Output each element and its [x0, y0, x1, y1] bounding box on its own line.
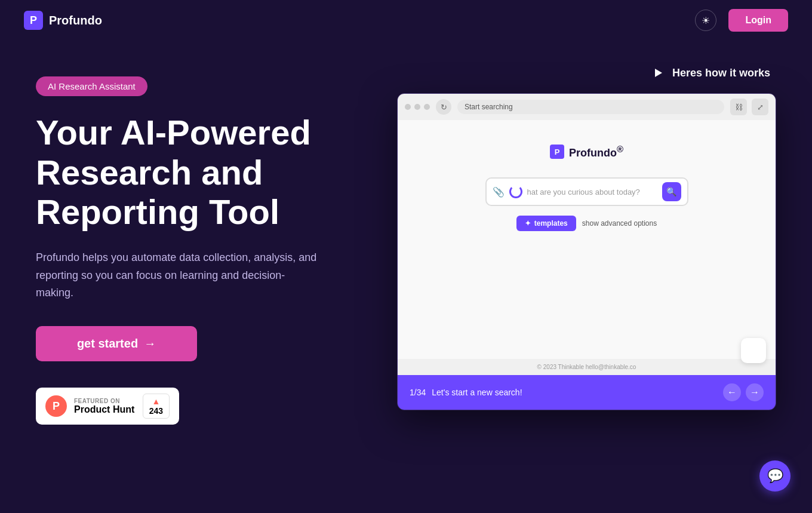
slide-counter: 1/34 — [410, 388, 426, 397]
search-box: 📎 hat are you curious about today? 🔍 — [485, 177, 688, 206]
search-button[interactable]: 🔍 — [662, 182, 681, 201]
search-area: 📎 hat are you curious about today? 🔍 — [485, 177, 688, 206]
app-footer: © 2023 Thinkable hello@thinkable.co — [398, 359, 776, 375]
slide-navigation: ← → — [723, 383, 764, 401]
product-hunt-badge[interactable]: P FEATURED ON Product Hunt ▲ 243 — [36, 388, 179, 425]
stack-widget-icon: 🗂 — [741, 338, 766, 363]
advanced-options-link[interactable]: show advanced options — [582, 219, 657, 228]
vote-count-badge: ▲ 243 — [143, 394, 170, 419]
url-text: Start searching — [465, 103, 513, 111]
chat-bubble-button[interactable]: 💬 — [759, 460, 791, 492]
slide-label: Let's start a new search! — [432, 388, 522, 397]
browser-expand-icon[interactable]: ⤢ — [752, 99, 768, 115]
how-it-works-button[interactable]: Heres how it works — [650, 64, 770, 81]
browser-dot-1 — [405, 104, 411, 110]
search-options: ✦ templates show advanced options — [516, 216, 657, 231]
templates-button[interactable]: ✦ templates — [516, 216, 576, 231]
browser-dot-3 — [424, 104, 430, 110]
brand-name: Profundo — [49, 14, 102, 27]
vote-count: 243 — [149, 406, 163, 416]
how-it-works-label: Heres how it works — [672, 67, 770, 79]
browser-url-bar: Start searching — [457, 100, 724, 114]
app-logo-area: P Profundo® — [550, 144, 623, 159]
logo-icon: P — [24, 11, 43, 30]
get-started-button[interactable]: get started → — [36, 326, 197, 361]
nav-right: ☀ Login — [695, 9, 788, 32]
featured-label: FEATURED ON — [74, 398, 136, 404]
slide-info: 1/34 Let's start a new search! — [410, 388, 522, 397]
product-hunt-name: Product Hunt — [74, 404, 136, 415]
browser-action-icons: ⛓ ⤢ — [730, 99, 768, 115]
browser-bar: ↻ Start searching ⛓ ⤢ — [398, 94, 776, 120]
product-hunt-logo: P — [45, 395, 67, 417]
play-icon — [650, 64, 666, 81]
hero-description: Profundo helps you automate data collect… — [36, 249, 322, 302]
slide-prev-button[interactable]: ← — [723, 383, 741, 401]
demo-window: ↻ Start searching ⛓ ⤢ P Profundo® — [397, 93, 776, 410]
sparkle-icon: ✦ — [525, 219, 531, 228]
browser-controls — [405, 104, 430, 110]
logo-area: P Profundo — [24, 11, 102, 30]
demo-bottom-bar: 1/34 Let's start a new search! ← → — [398, 375, 776, 410]
app-name: Profundo® — [569, 144, 623, 159]
browser-dot-2 — [414, 104, 420, 110]
navbar: P Profundo ☀ Login — [0, 0, 812, 41]
upvote-arrow-icon: ▲ — [152, 397, 160, 406]
app-logo-icon: P — [550, 145, 564, 159]
app-content: P Profundo® 📎 hat are you curious about … — [398, 120, 776, 359]
chat-icon: 💬 — [767, 468, 783, 484]
attach-icon: 📎 — [493, 186, 505, 198]
browser-link-icon[interactable]: ⛓ — [730, 99, 747, 115]
arrow-icon: → — [144, 337, 156, 351]
slide-next-button[interactable]: → — [746, 383, 764, 401]
svg-marker-0 — [655, 69, 662, 77]
search-placeholder[interactable]: hat are you curious about today? — [527, 188, 657, 196]
main-content: AI Research Assistant Your AI-Powered Re… — [0, 41, 812, 449]
sun-icon: ☀ — [702, 15, 710, 26]
browser-refresh-button[interactable]: ↻ — [436, 99, 451, 115]
left-content: AI Research Assistant Your AI-Powered Re… — [36, 64, 358, 425]
app-inner: P Profundo® 📎 hat are you curious about … — [398, 120, 776, 375]
loading-spinner — [509, 185, 522, 198]
login-button[interactable]: Login — [728, 9, 788, 32]
right-content: Heres how it works ↻ Start searching ⛓ ⤢ — [382, 64, 776, 410]
hero-title: Your AI-Powered Research and Reporting T… — [36, 113, 358, 232]
theme-toggle-button[interactable]: ☀ — [695, 10, 716, 31]
ai-badge: AI Research Assistant — [36, 76, 147, 96]
product-hunt-text: FEATURED ON Product Hunt — [74, 398, 136, 415]
